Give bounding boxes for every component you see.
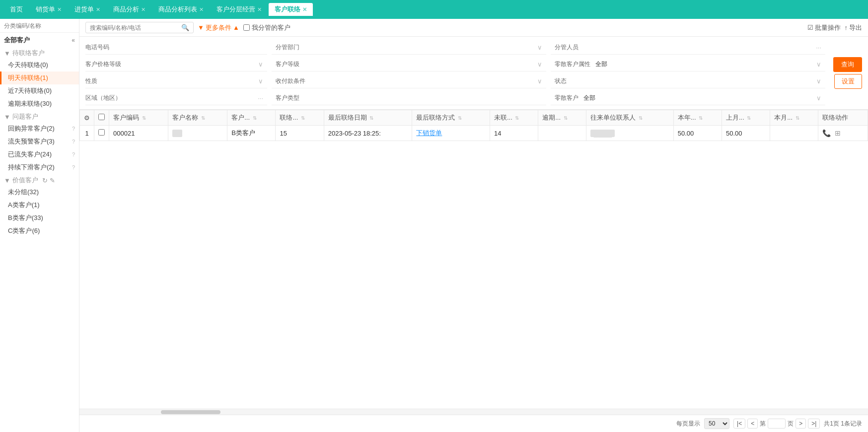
my-customers-checkbox[interactable]: [243, 24, 250, 31]
customer-level-select[interactable]: ∨: [302, 61, 542, 68]
table-row: 1 000021 Ea B类客户 15 2023-05-23 18:25: 下销…: [80, 126, 868, 141]
next-page-btn[interactable]: >: [796, 419, 806, 429]
nav-sales-order[interactable]: 销货单 ✕: [30, 3, 68, 16]
sort-icon-code: ⇅: [142, 115, 146, 121]
th-last-date: 最后联络日期 ⇅: [324, 110, 412, 126]
sidebar-item-overdue[interactable]: 逾期未联络(30): [0, 97, 79, 110]
nav-home-label: 首页: [10, 5, 23, 14]
chevron-down-icon3: ∨: [537, 61, 542, 68]
chevron-down-icon4: ∨: [816, 61, 821, 68]
sidebar-item-declining[interactable]: 持续下滑客户(2) ?: [0, 161, 79, 174]
th-contact: 联络... ⇅: [276, 110, 324, 126]
per-page-select[interactable]: 50 100 200: [704, 418, 729, 429]
query-button[interactable]: 查询: [833, 57, 862, 72]
payment-select[interactable]: ∨: [308, 77, 542, 85]
nav-product-list-close[interactable]: ✕: [199, 6, 204, 13]
more-icon2: ···: [258, 94, 263, 102]
th-checkbox[interactable]: [94, 110, 109, 126]
sidebar-item-ungrouped[interactable]: 未分组(32): [0, 186, 79, 199]
filter-phone: 电话号码: [85, 41, 267, 55]
nav-home[interactable]: 首页: [4, 3, 29, 16]
last-page-btn[interactable]: >|: [808, 419, 820, 429]
sidebar-item-churn-warning[interactable]: 流失预警客户(3) ?: [0, 135, 79, 148]
sidebar-item-churned[interactable]: 已流失客户(24) ?: [0, 148, 79, 161]
filter-status: 状态 ∨: [551, 74, 825, 88]
sidebar-search-input[interactable]: [4, 22, 78, 29]
table-header-row: ⚙ 客户编码 ⇅ 客户名称 ⇅ 客户... ⇅ 联络... ⇅ 最后联络日期 ⇅…: [80, 110, 868, 126]
sidebar-item-b-class[interactable]: B类客户(33): [0, 212, 79, 224]
filter-row-3: 性质 ∨ 收付款条件 ∨: [85, 74, 825, 88]
nav-product-list-label: 商品分析列表: [158, 5, 197, 14]
sort-icon-year: ⇅: [699, 115, 703, 121]
td-last-date: 2023-05-23 18:25:: [324, 126, 412, 141]
filter-customer-type: 客户类型: [272, 91, 546, 105]
dept-select[interactable]: ∨: [302, 44, 542, 51]
nav-product-analysis-close[interactable]: ✕: [141, 6, 145, 13]
th-type: 客户... ⇅: [227, 110, 276, 126]
filter-dept: 分管部门 ∨: [272, 41, 546, 55]
td-checkbox[interactable]: [94, 126, 109, 141]
nav-contact-close[interactable]: ✕: [302, 6, 307, 13]
export-btn[interactable]: ↑ 导出: [845, 23, 863, 32]
toolbar: 🔍 ▼ 更多条件 ▲ 我分管的客户 ☑ 批量操作 ↑ 导出: [79, 19, 868, 37]
row-checkbox[interactable]: [98, 129, 105, 136]
chevron-up-icon: ▲: [233, 24, 239, 31]
last-method-link[interactable]: 下销货单: [416, 129, 442, 137]
page-number-input[interactable]: 1: [768, 419, 786, 429]
checkbox-icon: ☑: [807, 24, 813, 31]
nav-purchase-close[interactable]: ✕: [96, 6, 100, 13]
grid-action-icon[interactable]: ⊞: [835, 129, 841, 137]
sort-icon-method: ⇅: [458, 115, 462, 121]
gender-select[interactable]: ∨: [100, 77, 263, 85]
th-unlocked: 未联... ⇅: [490, 110, 538, 126]
arrow-down-icon3: ▼: [4, 177, 10, 184]
status-select[interactable]: ∨: [570, 77, 821, 85]
th-name: 客户名称 ⇅: [168, 110, 227, 126]
table-area: ⚙ 客户编码 ⇅ 客户名称 ⇅ 客户... ⇅ 联络... ⇅ 最后联络日期 ⇅…: [79, 110, 868, 409]
nav-customer-tier-close[interactable]: ✕: [257, 6, 262, 13]
page-suffix-label: 页: [788, 420, 794, 428]
select-all-checkbox[interactable]: [98, 114, 105, 120]
horizontal-scrollbar[interactable]: [79, 409, 868, 415]
th-code: 客户编码 ⇅: [109, 110, 168, 126]
phone-action-icon[interactable]: 📞: [822, 129, 831, 137]
edit-icon[interactable]: ✎: [50, 177, 55, 184]
retail-attr-select[interactable]: ∨: [610, 61, 821, 68]
arrow-down-icon2: ▼: [4, 113, 10, 121]
sidebar-item-7days[interactable]: 近7天待联络(0): [0, 84, 79, 97]
search-input[interactable]: [90, 24, 179, 31]
chevron-down-icon5: ∨: [258, 77, 263, 85]
sidebar-item-abnormal[interactable]: 回购异常客户(2) ?: [0, 122, 79, 135]
settings-button[interactable]: 设置: [834, 74, 862, 89]
nav-customer-contact[interactable]: 客户联络 ✕: [269, 3, 313, 16]
nav-customer-tier[interactable]: 客户分层经营 ✕: [211, 3, 268, 16]
sidebar-item-tomorrow[interactable]: 明天待联络(1): [0, 72, 79, 84]
search-icon[interactable]: 🔍: [181, 24, 189, 31]
sidebar-item-c-class[interactable]: C类客户(6): [0, 224, 79, 237]
filter-row-1: 电话号码 分管部门 ∨ 分管人员: [85, 41, 825, 55]
more-filters-btn[interactable]: ▼ 更多条件 ▲: [198, 23, 239, 32]
sidebar-item-today[interactable]: 今天待联络(0): [0, 59, 79, 72]
top-navigation: 首页 销货单 ✕ 进货单 ✕ 商品分析 ✕ 商品分析列表 ✕ 客户分层经营 ✕ …: [0, 0, 868, 19]
nav-sales-close[interactable]: ✕: [57, 6, 62, 13]
nav-product-analysis-list[interactable]: 商品分析列表 ✕: [152, 3, 210, 16]
batch-op-btn[interactable]: ☑ 批量操作: [807, 23, 841, 32]
first-page-btn[interactable]: |<: [733, 419, 745, 429]
th-gear[interactable]: ⚙: [80, 110, 94, 126]
manager-select[interactable]: ···: [581, 44, 821, 51]
help-icon-churn: ?: [72, 139, 75, 144]
prev-page-btn[interactable]: <: [747, 419, 758, 429]
sidebar-item-a-class[interactable]: A类客户(1): [0, 199, 79, 212]
main-layout: 🔍 全部客户 « ▼ 待联络客户 今天待联络(0) 明天待联络(1) 近7天待联…: [0, 19, 868, 432]
filter-retail-customer: 零散客户 全部 ∨: [551, 91, 825, 105]
retail-customer-select[interactable]: ∨: [598, 94, 821, 102]
page-prefix-label: 第: [760, 420, 766, 428]
refresh-icon[interactable]: ↻: [42, 177, 48, 184]
scrollbar-thumb[interactable]: [161, 410, 220, 414]
region-select[interactable]: ···: [124, 94, 263, 102]
nav-purchase-order[interactable]: 进货单 ✕: [69, 3, 106, 16]
price-level-select[interactable]: ∨: [124, 61, 263, 68]
collapse-icon[interactable]: «: [72, 37, 75, 44]
export-icon: ↑: [845, 24, 848, 31]
nav-product-analysis[interactable]: 商品分析 ✕: [107, 3, 151, 16]
